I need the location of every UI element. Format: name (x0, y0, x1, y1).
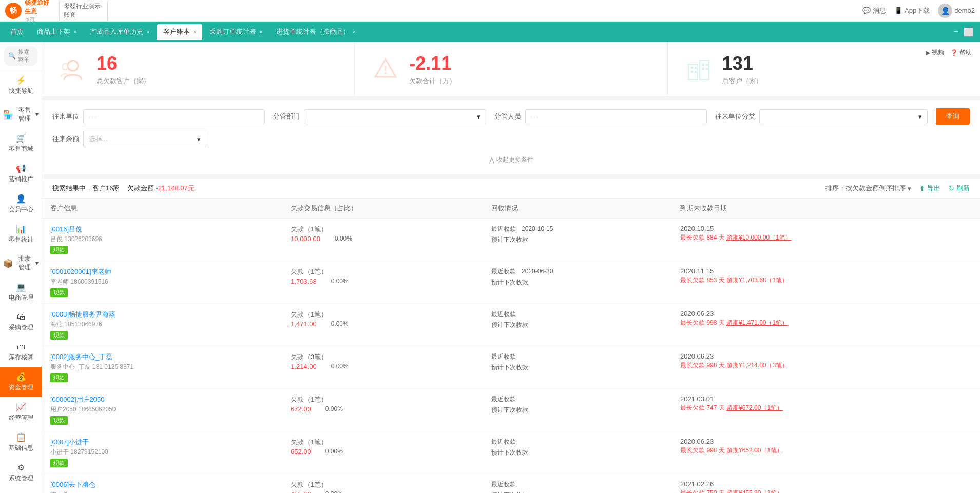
overdue-link-4[interactable]: 超期¥672.00（1笔） (726, 404, 783, 411)
collapse-button[interactable]: ⋀ 收起更多条件 (489, 155, 533, 164)
tab-close-purchase-order[interactable]: × (259, 29, 262, 35)
tab-maximize[interactable]: ⬜ (962, 25, 976, 39)
filter-balance: 往来余额 选择... ▾ (52, 131, 206, 147)
tab-close-purchase-stats[interactable]: × (353, 29, 356, 35)
customer-name-link-1[interactable]: [0001020001]李老师 (50, 268, 111, 275)
table-row: [0007]小进干 小进干 18279152100 现款 欠款（1笔） 652.… (42, 431, 980, 474)
sidebar-item-batch-mgmt[interactable]: 📦 批发管理 ▾ (0, 249, 42, 277)
overdue-link-3[interactable]: 超期¥1,214.00（3笔） (726, 362, 788, 369)
cell-recovery-3: 最近收款 预计下次收款 (483, 346, 672, 389)
sort-button[interactable]: 排序：按欠款金额倒序排序 ▾ (825, 184, 911, 193)
overdue-link-5[interactable]: 超期¥652.00（1笔） (726, 447, 783, 454)
cell-due-date-6: 2021.02.26 最长欠款 750 天 超期¥455.90（1笔） (672, 474, 980, 493)
query-button[interactable]: 查询 (936, 108, 970, 125)
debt-amount-3: 1,214.00 (291, 363, 317, 370)
chevron-down-icon-category: ▾ (918, 113, 922, 121)
ecom-mgmt-icon: 💻 (16, 282, 26, 292)
refresh-button[interactable]: ↻ 刷新 (949, 184, 970, 193)
svg-rect-7 (691, 67, 693, 69)
cell-recovery-2: 最近收款 预计下次收款 (483, 304, 672, 346)
avatar: 👤 (938, 4, 952, 18)
collapse-icon: ⋀ (489, 156, 494, 164)
svg-point-4 (385, 72, 387, 74)
overdue-info-0: 最长欠款 884 天 超期¥10,000.00（1笔） (680, 233, 972, 242)
sidebar-item-quick-nav[interactable]: ⚡ 快捷导航 (0, 70, 42, 101)
filter-person-input[interactable]: ··· (525, 109, 707, 124)
sidebar-item-retail-mgmt[interactable]: 🏪 零售管理 ▾ (0, 101, 42, 128)
customer-contact-2: 海燕 18513066976 (50, 320, 274, 329)
overdue-link-2[interactable]: 超期¥1,471.00（1笔） (726, 319, 788, 326)
chevron-down-icon-sort: ▾ (908, 185, 911, 192)
svg-rect-11 (702, 64, 704, 66)
tab-product-history[interactable]: 产成品入库单历史 × (84, 24, 156, 40)
sidebar-item-system[interactable]: ⚙ 系统管理 (0, 458, 42, 488)
customer-contact-6: 陈小希 (50, 490, 274, 493)
download-icon: 📱 (894, 7, 902, 14)
export-button[interactable]: ⬆ 导出 (919, 184, 940, 193)
tab-close-product-off[interactable]: × (73, 29, 76, 35)
store-selector[interactable]: 母婴行业演示账套 (59, 1, 108, 21)
sidebar-item-retail-stats[interactable]: 📊 零售统计 (0, 219, 42, 249)
customer-name-link-2[interactable]: [0003]畅捷服务尹海蒸 (50, 310, 116, 318)
overdue-link-1[interactable]: 超期¥1,703.68（1笔） (726, 277, 788, 284)
sidebar-item-inventory[interactable]: 🗃 库存核算 (0, 337, 42, 367)
sidebar-item-finance[interactable]: 💰 资金管理 (0, 367, 42, 397)
sidebar-item-ecom-mgmt[interactable]: 💻 电商管理 (0, 277, 42, 307)
tab-home[interactable]: 首页 (4, 24, 30, 40)
search-result-text: 搜索结果中，客户16家 (52, 184, 120, 192)
debt-percent-6: 0.00% (325, 490, 343, 493)
overdue-link-0[interactable]: 超期¥10,000.00（1笔） (726, 234, 792, 241)
cell-recovery-5: 最近收款 预计下次收款 (483, 431, 672, 474)
retail-mall-icon: 🛒 (16, 133, 26, 143)
tab-minimize[interactable]: − (952, 25, 960, 38)
video-btn[interactable]: ▶ 视频 (926, 48, 944, 57)
cell-recovery-6: 最近收款 预计下次收款 (483, 474, 672, 493)
debt-amount-1: 1,703.68 (291, 278, 317, 285)
app-download-btn[interactable]: 📱 App下载 (894, 6, 930, 15)
biz-mgmt-icon: 📈 (16, 402, 26, 412)
customer-name-link-4[interactable]: [000002]用户2050 (50, 396, 105, 403)
sidebar-item-retail-mall[interactable]: 🛒 零售商城 (0, 128, 42, 159)
sidebar-item-member[interactable]: 👤 会员中心 (0, 189, 42, 219)
sidebar-item-purchase-mgmt[interactable]: 🛍 采购管理 (0, 307, 42, 337)
message-btn[interactable]: 💬 消息 (862, 6, 886, 15)
tab-customer-account[interactable]: 客户账本 × (157, 24, 202, 40)
sidebar-search-box[interactable]: 🔍 搜索菜单 (4, 46, 37, 66)
debt-amount-6: 455.90 (291, 490, 311, 493)
filter-supplier-input[interactable]: ··· (83, 109, 265, 124)
tab-close-customer-account[interactable]: × (193, 29, 196, 35)
search-label: 搜索菜单 (18, 48, 33, 64)
user-menu[interactable]: 👤 demo2 (938, 4, 975, 18)
batch-mgmt-icon: 📦 (3, 259, 13, 268)
overdue-link-6[interactable]: 超期¥455.90（1笔） (726, 489, 783, 493)
debt-customers-label: 总欠款客户（家） (97, 76, 339, 86)
customer-name-link-0[interactable]: [0016]吕俊 (50, 225, 82, 233)
help-btn[interactable]: ❓ 帮助 (950, 48, 972, 57)
customer-name-link-3[interactable]: [0002]服务中心_丁磊 (50, 353, 112, 361)
sidebar-item-enterprise[interactable]: 🤝 企业协同 (0, 488, 42, 493)
cell-due-date-2: 2020.06.23 最长欠款 998 天 超期¥1,471.00（1笔） (672, 304, 980, 346)
filter-category-select[interactable]: ▾ (759, 109, 928, 124)
tab-product-off[interactable]: 商品上下架 × (31, 24, 83, 40)
sidebar-item-basic-info[interactable]: 📋 基础信息 (0, 427, 42, 458)
filter-area: 往来单位 ··· 分管部门 ▾ 分管人员 ··· (42, 100, 980, 174)
customer-name-link-6[interactable]: [0006]去下粮仓 (50, 481, 95, 488)
debt-count-3: 欠款（3笔） (291, 352, 475, 362)
customer-name-link-5[interactable]: [0007]小进干 (50, 438, 89, 446)
sidebar-item-marketing[interactable]: 📢 营销推广 (0, 159, 42, 189)
customer-tag-0: 现款 (50, 246, 68, 254)
stat-card-debt-amount: -2.11 欠款合计（万） (355, 42, 667, 96)
cell-customer-0: [0016]吕俊 吕俊 13026203696 现款 (42, 219, 282, 261)
filter-dept-select[interactable]: ▾ (304, 109, 486, 124)
debt-count-4: 欠款（1笔） (291, 395, 475, 404)
debt-percent-5: 0.00% (325, 448, 343, 455)
stat-top-actions: ▶ 视频 ❓ 帮助 (926, 48, 972, 57)
message-icon: 💬 (862, 7, 871, 14)
tab-close-product-history[interactable]: × (146, 29, 149, 35)
filter-balance-select[interactable]: 选择... ▾ (83, 131, 206, 147)
sidebar-item-biz-mgmt[interactable]: 📈 经营管理 (0, 397, 42, 427)
tab-purchase-order[interactable]: 采购订单统计表 × (203, 24, 268, 40)
customer-tag-4: 现款 (50, 416, 68, 425)
tab-purchase-stats[interactable]: 进货单统计表（按商品） × (270, 24, 362, 40)
customer-tag-1: 现款 (50, 288, 68, 297)
